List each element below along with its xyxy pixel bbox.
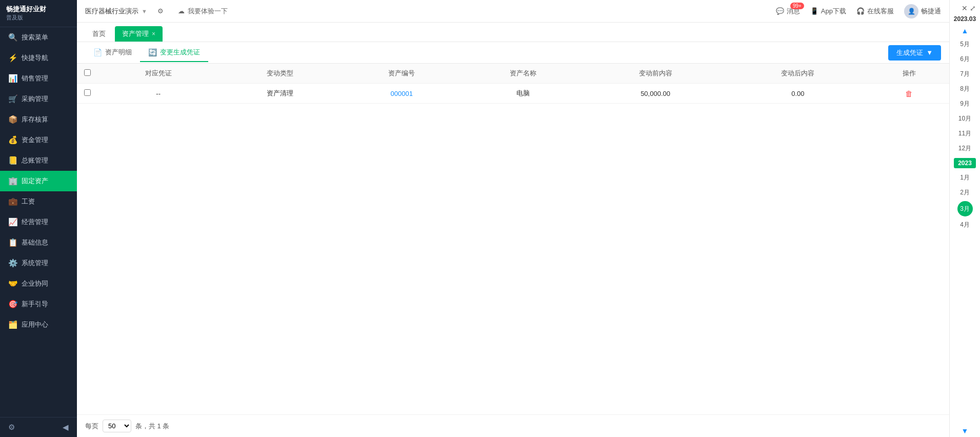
sidebar-item-quick-nav[interactable]: ⚡快捷导航 [0, 48, 77, 68]
timeline-month-3月[interactable]: 3月 [957, 201, 973, 216]
system-icon: ⚙️ [8, 259, 17, 268]
app-center-icon: 🗂️ [8, 320, 17, 329]
select-all-checkbox[interactable] [84, 69, 91, 76]
timeline-year-marker[interactable]: 2023 [954, 158, 976, 168]
cell-asset-name: 电脑 [463, 84, 584, 104]
sales-icon: 📊 [8, 74, 17, 83]
app-title: 畅捷通好业财 [6, 5, 46, 14]
sidebar-item-purchase[interactable]: 🛒采购管理 [0, 89, 77, 109]
sidebar-label-sales: 销售管理 [22, 74, 48, 83]
generate-voucher-button[interactable]: 生成凭证 ▼ [888, 45, 941, 61]
sidebar-logo: 畅捷通好业财 普及版 [0, 0, 77, 27]
panel-header: ✕ ⤢ [950, 0, 980, 14]
per-page-label: 每页 [85, 422, 98, 431]
customer-service-button[interactable]: 🎧 在线客服 [856, 7, 894, 16]
app-download-button[interactable]: 📱 App下载 [810, 7, 846, 16]
cell-voucher: -- [97, 84, 219, 104]
asset-table: 对应凭证 变动类型 资产编号 资产名称 变动前内容 变动后内容 操作 [77, 64, 949, 104]
sidebar-label-operations: 经营管理 [22, 217, 48, 227]
sidebar-item-basic-info[interactable]: 📋基础信息 [0, 232, 77, 253]
total-label: 条，共 1 条 [135, 422, 169, 431]
funds-icon: 💰 [8, 135, 17, 145]
sidebar-item-operations[interactable]: 📈经营管理 [0, 212, 77, 232]
sidebar-item-system[interactable]: ⚙️系统管理 [0, 253, 77, 273]
table-row: -- 资产清理 000001 电脑 50,000.00 0.00 🗑 [77, 84, 949, 104]
app-download-label: App下载 [821, 7, 846, 16]
timeline-month-10月[interactable]: 10月 [950, 111, 980, 126]
sidebar-nav: 🔍搜索菜单⚡快捷导航📊销售管理🛒采购管理📦库存核算💰资金管理📒总账管理🏢固定资产… [0, 27, 77, 417]
ledger-icon: 📒 [8, 156, 17, 165]
dropdown-arrow-icon: ▼ [926, 49, 933, 56]
tab-asset-management[interactable]: 资产管理 × [115, 26, 163, 42]
delete-icon[interactable]: 🗑 [905, 89, 913, 98]
sidebar-item-app-center[interactable]: 🗂️应用中心 [0, 314, 77, 335]
salary-icon: 💼 [8, 197, 17, 206]
guide-icon: 🎯 [8, 300, 17, 309]
sub-tab1-label: 资产明细 [105, 48, 132, 57]
timeline-month-9月[interactable]: 9月 [950, 96, 980, 111]
cell-after: 0.00 [727, 84, 869, 104]
col-asset-name: 资产名称 [463, 64, 584, 84]
customer-service-label: 在线客服 [867, 7, 894, 16]
panel-expand-button[interactable]: ⤢ [970, 4, 976, 12]
cell-before: 50,000.00 [584, 84, 727, 104]
timeline-month-8月[interactable]: 8月 [950, 82, 980, 96]
sidebar-label-purchase: 采购管理 [22, 94, 48, 104]
assets-icon: 🏢 [8, 176, 17, 186]
timeline-month-1月[interactable]: 1月 [950, 170, 980, 185]
sidebar-item-salary[interactable]: 💼工资 [0, 191, 77, 212]
tab-close-icon[interactable]: × [152, 30, 155, 37]
timeline-month-6月[interactable]: 6月 [950, 52, 980, 67]
sub-tab-asset-detail[interactable]: 📄 资产明细 [85, 44, 140, 62]
timeline-month-5月[interactable]: 5月 [950, 37, 980, 52]
sidebar-item-sales[interactable]: 📊销售管理 [0, 68, 77, 89]
select-all-header [77, 64, 97, 84]
sidebar-item-guide[interactable]: 🎯新手引导 [0, 294, 77, 314]
message-badge: 99+ [790, 3, 804, 9]
sub-tab2-label: 变更生成凭证 [160, 48, 200, 57]
sub-tab-change-voucher[interactable]: 🔄 变更生成凭证 [140, 44, 208, 62]
sidebar-item-ledger[interactable]: 📒总账管理 [0, 150, 77, 171]
company-selector[interactable]: 医疗器械行业演示 ▼ [85, 7, 147, 16]
header-right: 💬 消息 99+ 📱 App下载 🎧 在线客服 👤 畅捷通 [776, 4, 941, 18]
per-page-select[interactable]: 50 10 20 100 [103, 420, 131, 432]
timeline-month-7月[interactable]: 7月 [950, 67, 980, 82]
tab-home[interactable]: 首页 [85, 26, 113, 42]
content-area: 📄 资产明细 🔄 变更生成凭证 生成凭证 ▼ [77, 42, 949, 437]
list-icon: 📄 [93, 48, 102, 56]
enterprise-icon: 🤝 [8, 279, 17, 288]
sidebar-label-inventory: 库存核算 [22, 115, 48, 124]
row-checkbox[interactable] [84, 89, 91, 96]
sidebar-item-inventory[interactable]: 📦库存核算 [0, 109, 77, 130]
panel-close-button[interactable]: ✕ [962, 4, 968, 12]
sidebar-label-funds: 资金管理 [22, 135, 48, 145]
message-button[interactable]: 💬 消息 99+ [776, 7, 800, 16]
download-icon: 📱 [810, 7, 818, 15]
user-profile[interactable]: 👤 畅捷通 [904, 4, 941, 18]
timeline-scroll: 5月6月7月8月9月10月11月12月20231月2月3月4月 [950, 37, 980, 425]
cell-asset-code: 000001 [341, 84, 463, 104]
sidebar-item-enterprise[interactable]: 🤝企业协同 [0, 273, 77, 294]
company-name: 医疗器械行业演示 [85, 7, 138, 16]
sidebar-label-enterprise: 企业协同 [22, 279, 48, 288]
sidebar-item-funds[interactable]: 💰资金管理 [0, 130, 77, 150]
col-after: 变动后内容 [727, 64, 869, 84]
timeline-down-arrow[interactable]: ▼ [950, 425, 980, 437]
experience-button[interactable]: ☁ 我要体验一下 [178, 7, 228, 16]
settings-button[interactable]: ⚙ [153, 4, 168, 18]
sidebar-item-search[interactable]: 🔍搜索菜单 [0, 27, 77, 48]
settings-icon[interactable]: ⚙ [8, 423, 15, 432]
timeline-month-2月[interactable]: 2月 [950, 185, 980, 200]
cell-change-type: 资产清理 [219, 84, 341, 104]
quick-nav-icon: ⚡ [8, 53, 17, 63]
inventory-icon: 📦 [8, 115, 17, 124]
timeline-month-12月[interactable]: 12月 [950, 141, 980, 156]
collapse-icon[interactable]: ◀ [63, 423, 69, 432]
timeline-up-arrow[interactable]: ▲ [950, 25, 980, 37]
sidebar-label-quick-nav: 快捷导航 [22, 53, 48, 63]
timeline-month-11月[interactable]: 11月 [950, 126, 980, 141]
timeline-month-4月[interactable]: 4月 [950, 217, 980, 232]
sidebar-item-assets[interactable]: 🏢固定资产 [0, 171, 77, 191]
right-panel: ✕ ⤢ 2023.03 ▲ 5月6月7月8月9月10月11月12月20231月2… [949, 0, 980, 437]
sub-tabs: 📄 资产明细 🔄 变更生成凭证 [85, 44, 208, 62]
